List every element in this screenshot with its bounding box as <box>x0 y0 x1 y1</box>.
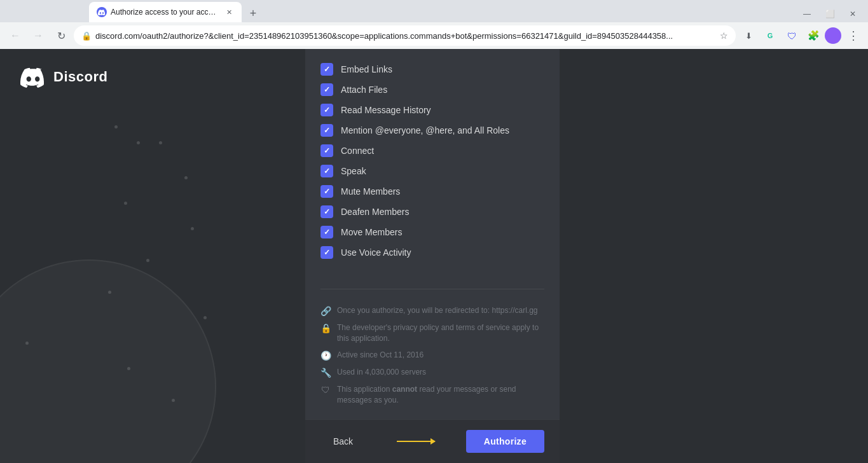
back-nav-button[interactable]: ← <box>5 25 25 46</box>
permission-item: ✓ Connect <box>320 141 544 161</box>
profile-avatar-button[interactable] <box>825 27 841 44</box>
divider <box>320 289 544 289</box>
discord-name: Discord <box>53 69 107 85</box>
permission-item: ✓ Read Message History <box>320 100 544 120</box>
checkbox-connect[interactable]: ✓ <box>320 144 333 157</box>
refresh-button[interactable]: ↻ <box>51 25 71 46</box>
permission-item: ✓ Use Voice Activity <box>320 242 544 263</box>
info-section: 🔗 Once you authorize, you will be redire… <box>305 297 560 419</box>
permission-item: ✓ Embed Links <box>320 59 544 79</box>
browser-toolbar: ← → ↻ 🔒 discord.com/oauth2/authorize?&cl… <box>0 22 868 49</box>
clock-icon: 🕐 <box>320 350 331 361</box>
page-content: Discord ✓ Embed Links ✓ Attach Files <box>0 49 868 463</box>
active-tab[interactable]: Authorize access to your account ✕ <box>89 2 242 22</box>
permission-label: Mention @everyone, @here, and All Roles <box>341 125 509 135</box>
decoration-dot <box>203 316 207 319</box>
checkbox-move[interactable]: ✓ <box>320 226 333 238</box>
menu-button[interactable]: ⋮ <box>843 25 863 46</box>
permission-label: Read Message History <box>341 105 431 115</box>
checkbox-mention[interactable]: ✓ <box>320 124 333 137</box>
decoration-dot <box>114 125 118 128</box>
url-text: discord.com/oauth2/authorize?&client_id=… <box>95 31 716 41</box>
auth-footer: Back Authorize <box>305 419 560 463</box>
download-icon-btn[interactable]: ⬇ <box>738 25 759 46</box>
discord-icon <box>20 64 46 90</box>
window-controls: — ⬜ ✕ <box>797 4 863 24</box>
checkbox-speak[interactable]: ✓ <box>320 165 333 177</box>
info-active-text: Active since Oct 11, 2016 <box>337 350 424 361</box>
info-cannot-text: This application cannot read your messag… <box>337 384 544 406</box>
lock-icon: 🔒 <box>320 323 331 333</box>
ssl-lock-icon: 🔒 <box>81 31 92 41</box>
permission-item: ✓ Mute Members <box>320 181 544 202</box>
permission-item: ✓ Attach Files <box>320 79 544 100</box>
toolbar-extensions: ⬇ G 🛡 🧩 ⋮ <box>738 25 863 46</box>
circle-decoration <box>0 259 216 463</box>
info-privacy: 🔒 The developer's privacy policy and ter… <box>320 319 544 347</box>
decoration-dot <box>146 259 149 262</box>
permission-label: Attach Files <box>341 85 387 95</box>
info-servers-text: Used in 4,030,000 servers <box>337 367 426 378</box>
bookmark-icon[interactable]: ☆ <box>720 31 728 41</box>
info-redirect-text: Once you authorize, you will be redirect… <box>337 305 538 316</box>
checkbox-voice-activity[interactable]: ✓ <box>320 246 333 259</box>
permission-item: ✓ Mention @everyone, @here, and All Role… <box>320 120 544 141</box>
checkbox-attach-files[interactable]: ✓ <box>320 83 333 96</box>
info-privacy-text: The developer's privacy policy and terms… <box>337 322 544 344</box>
auth-card: ✓ Embed Links ✓ Attach Files ✓ Read Mess… <box>305 49 560 463</box>
puzzle-btn[interactable]: 🧩 <box>803 25 823 46</box>
maximize-button[interactable]: ⬜ <box>820 4 840 24</box>
forward-nav-button[interactable]: → <box>28 25 48 46</box>
permissions-list: ✓ Embed Links ✓ Attach Files ✓ Read Mess… <box>305 49 560 281</box>
info-redirect: 🔗 Once you authorize, you will be redire… <box>320 302 544 319</box>
grammarly-btn[interactable]: G <box>760 25 780 46</box>
decoration-dot <box>184 176 188 179</box>
tab-favicon <box>97 7 107 17</box>
decoration-dot <box>124 202 127 205</box>
shield-icon: 🛡 <box>320 385 331 395</box>
browser-tab-bar: Authorize access to your account ✕ + — ⬜… <box>0 0 868 22</box>
permission-label: Use Voice Activity <box>341 247 411 258</box>
tab-close-button[interactable]: ✕ <box>224 7 234 17</box>
authorize-button[interactable]: Authorize <box>466 430 544 453</box>
wrench-icon: 🔧 <box>320 368 331 378</box>
decoration-dot <box>191 227 194 230</box>
info-active-since: 🕐 Active since Oct 11, 2016 <box>320 347 544 364</box>
checkbox-deafen[interactable]: ✓ <box>320 205 333 218</box>
decoration-dot <box>137 141 140 144</box>
info-servers: 🔧 Used in 4,030,000 servers <box>320 364 544 381</box>
permission-label: Move Members <box>341 227 402 237</box>
close-window-button[interactable]: ✕ <box>843 4 863 24</box>
shield-btn[interactable]: 🛡 <box>782 25 802 46</box>
decoration-dot <box>159 141 162 144</box>
link-icon: 🔗 <box>320 306 331 316</box>
arrow-line <box>397 441 435 442</box>
permission-item: ✓ Speak <box>320 161 544 181</box>
arrow-indicator <box>397 441 435 442</box>
permission-item: ✓ Deafen Members <box>320 202 544 222</box>
left-panel: Discord <box>0 49 305 463</box>
discord-logo: Discord <box>20 64 107 90</box>
permission-label: Deafen Members <box>341 207 409 217</box>
minimize-button[interactable]: — <box>797 4 817 24</box>
permission-item: ✓ Move Members <box>320 222 544 242</box>
address-bar[interactable]: 🔒 discord.com/oauth2/authorize?&client_i… <box>74 25 736 46</box>
permission-label: Connect <box>341 146 374 156</box>
back-button[interactable]: Back <box>320 430 366 453</box>
checkbox-embed-links[interactable]: ✓ <box>320 63 333 76</box>
permission-label: Mute Members <box>341 186 400 197</box>
tab-container: Authorize access to your account ✕ + <box>89 0 262 22</box>
checkbox-read-history[interactable]: ✓ <box>320 104 333 116</box>
info-cannot-read: 🛡 This application cannot read your mess… <box>320 381 544 409</box>
checkbox-mute[interactable]: ✓ <box>320 185 333 198</box>
tab-title: Authorize access to your account <box>111 8 218 17</box>
new-tab-button[interactable]: + <box>244 4 262 22</box>
permission-label: Speak <box>341 166 366 176</box>
permission-label: Embed Links <box>341 64 392 74</box>
